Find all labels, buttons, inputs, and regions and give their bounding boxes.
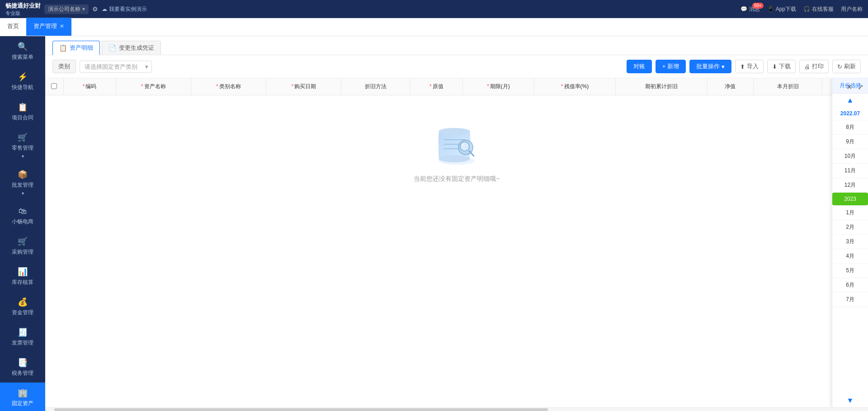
table-wrap: *编码 *资产名称 *类别名称 *购买日期 折旧方法 *原值 *期限(月) *残… <box>45 78 868 407</box>
content-area: 📋 资产明细 📄 变更生成凭证 类别 请选择固定资产类别 ▾ <box>45 36 868 411</box>
ecommerce-icon: 🛍 <box>19 207 27 216</box>
message-button[interactable]: 💬 消息 99+ <box>741 5 760 13</box>
sidebar-item-tax[interactable]: 📑 税务管理 <box>0 352 45 383</box>
sidebar-item-invoice[interactable]: 🧾 发票管理 <box>0 322 45 352</box>
tab-close-icon[interactable]: ✕ <box>60 23 64 29</box>
sub-tab-change-voucher[interactable]: 📄 变更生成凭证 <box>102 41 161 55</box>
sidebar-item-project[interactable]: 📋 项目合同 <box>0 97 45 127</box>
th-checkbox <box>45 78 63 95</box>
topbar-left: 畅捷通好业财 专业版 演示公司名称 ▾ ⚙ ☁ 我要看实例演示 <box>5 2 147 17</box>
brand-name: 畅捷通好业财 <box>5 2 41 10</box>
month-item-9[interactable]: 9月 <box>832 135 868 149</box>
tab-home[interactable]: 首页 <box>0 18 26 36</box>
demo-link[interactable]: ☁ 我要看实例演示 <box>102 5 147 13</box>
empty-illustration <box>429 123 484 168</box>
message-icon: 💬 <box>741 6 747 12</box>
company-selector[interactable]: 演示公司名称 ▾ <box>44 5 89 14</box>
app-download-button[interactable]: 📱 App下载 <box>767 5 796 13</box>
asset-table: *编码 *资产名称 *类别名称 *购买日期 折旧方法 *原值 *期限(月) *残… <box>45 78 868 201</box>
close-panel-button[interactable]: ✕ <box>845 82 853 92</box>
bottom-scrollbar[interactable] <box>45 407 868 411</box>
refresh-button[interactable]: ↻ 刷新 <box>832 60 861 73</box>
nav-tabs: 首页 资产管理 ✕ <box>0 18 868 36</box>
brand-sub: 专业版 <box>5 10 41 17</box>
topbar: 畅捷通好业财 专业版 演示公司名称 ▾ ⚙ ☁ 我要看实例演示 💬 消息 99+… <box>0 0 868 18</box>
sidebar-item-ecommerce[interactable]: 🛍 小畅电商 <box>0 201 45 231</box>
select-all-checkbox[interactable] <box>51 83 57 89</box>
th-category-name: *类别名称 <box>191 78 266 95</box>
th-monthly-depreciation: 本月折旧 <box>753 78 822 95</box>
sidebar-item-wholesale[interactable]: 📦 批发管理 ▾ <box>0 164 45 201</box>
import-icon: ⬆ <box>740 63 745 70</box>
sidebar-item-search[interactable]: 🔍 搜索菜单 <box>0 36 45 66</box>
month-picker-nav-down: ▼ <box>832 394 868 407</box>
th-asset-name: *资产名称 <box>116 78 191 95</box>
reconcile-button[interactable]: 对账 <box>627 60 652 73</box>
category-filter: 类别 请选择固定资产类别 ▾ <box>52 60 152 73</box>
th-period: *期限(月) <box>463 78 534 95</box>
th-depreciation-method: 折旧方法 <box>341 78 410 95</box>
mobile-icon: 📱 <box>767 6 774 12</box>
finance-icon: 💰 <box>18 297 28 307</box>
category-select[interactable]: 请选择固定资产类别 <box>80 61 152 73</box>
retail-icon: 🛒 <box>18 132 28 142</box>
sidebar-item-fixed-assets[interactable]: 🏢 固定资产 <box>0 383 45 411</box>
month-item-7[interactable]: 7月 <box>832 293 868 307</box>
refresh-icon: ↻ <box>837 63 842 70</box>
th-purchase-date: *购买日期 <box>266 78 341 95</box>
month-item-11[interactable]: 11月 <box>832 164 868 178</box>
month-item-5[interactable]: 5月 <box>832 264 868 278</box>
month-picker-up-button[interactable]: ▲ <box>844 95 857 105</box>
th-net-value: 净值 <box>707 78 753 95</box>
brand-logo: 畅捷通好业财 专业版 <box>5 2 41 17</box>
month-item-2023[interactable]: 2023 <box>832 193 868 206</box>
tax-icon: 📑 <box>18 358 28 368</box>
sidebar-item-quick-nav[interactable]: ⚡ 快捷导航 <box>0 66 45 97</box>
page-content: 📋 资产明细 📄 变更生成凭证 类别 请选择固定资产类别 ▾ <box>45 36 868 411</box>
batch-button[interactable]: 批量操作 ▾ <box>689 60 731 73</box>
sidebar-item-purchase[interactable]: 🛒 采购管理 <box>0 231 45 261</box>
tab-asset-management[interactable]: 资产管理 ✕ <box>26 18 71 36</box>
month-item-2[interactable]: 2月 <box>832 220 868 235</box>
toolbar-right: 对账 + 新增 批量操作 ▾ ⬆ 导入 ⬇ 下载 🖨 <box>627 60 861 73</box>
empty-state-cell: 当前您还没有固定资产明细哦~ <box>45 95 868 202</box>
month-item-12[interactable]: 12月 <box>832 178 868 193</box>
th-original-value: *原值 <box>410 78 462 95</box>
import-button[interactable]: ⬆ 导入 <box>735 60 764 73</box>
retail-chevron-icon: ▾ <box>22 154 24 159</box>
add-button[interactable]: + 新增 <box>656 60 686 73</box>
month-picker-panel: ✕ ⤢ 月份选择 ▲ 2022.07 8月 9月 10月 11月 12月 2 <box>832 78 868 407</box>
sidebar-item-inventory[interactable]: 📊 库存核算 <box>0 261 45 292</box>
quick-nav-icon: ⚡ <box>18 72 28 82</box>
expand-panel-button[interactable]: ⤢ <box>857 82 864 92</box>
search-icon: 🔍 <box>18 42 28 52</box>
right-panel-wrap: *编码 *资产名称 *类别名称 *购买日期 折旧方法 *原值 *期限(月) *残… <box>45 78 868 407</box>
month-item-4[interactable]: 4月 <box>832 249 868 264</box>
svg-point-8 <box>460 142 469 151</box>
wholesale-chevron-icon: ▾ <box>22 191 24 196</box>
month-picker-list: 2022.07 8月 9月 10月 11月 12月 2023 1月 2月 3月 … <box>832 107 868 394</box>
sub-tab-asset-detail[interactable]: 📋 资产明细 <box>52 41 100 55</box>
sub-tabs: 📋 资产明细 📄 变更生成凭证 <box>45 36 868 55</box>
sidebar-item-retail[interactable]: 🛒 零售管理 ▾ <box>0 127 45 164</box>
download-button[interactable]: ⬇ 下载 <box>767 60 796 73</box>
scrollbar-thumb[interactable] <box>54 408 548 411</box>
settings-icon[interactable]: ⚙ <box>92 5 98 13</box>
online-service-button[interactable]: 🎧 在线客服 <box>803 5 834 13</box>
month-item-1[interactable]: 1月 <box>832 206 868 220</box>
month-item-year-label: 2022.07 <box>832 107 868 120</box>
sidebar-item-finance[interactable]: 💰 资金管理 <box>0 292 45 322</box>
month-item-10[interactable]: 10月 <box>832 149 868 164</box>
download-icon: ⬇ <box>772 63 777 70</box>
month-item-3[interactable]: 3月 <box>832 235 868 249</box>
user-menu[interactable]: 用户名称 <box>841 5 863 13</box>
svg-point-2 <box>439 128 470 135</box>
svg-point-3 <box>439 155 470 162</box>
month-item-8[interactable]: 8月 <box>832 120 868 135</box>
batch-chevron-icon: ▾ <box>722 63 725 70</box>
month-picker-down-button[interactable]: ▼ <box>844 396 857 406</box>
print-button[interactable]: 🖨 打印 <box>799 60 829 73</box>
list-icon: 📋 <box>59 44 67 52</box>
month-item-6[interactable]: 6月 <box>832 278 868 293</box>
doc-icon: 📄 <box>108 44 116 52</box>
